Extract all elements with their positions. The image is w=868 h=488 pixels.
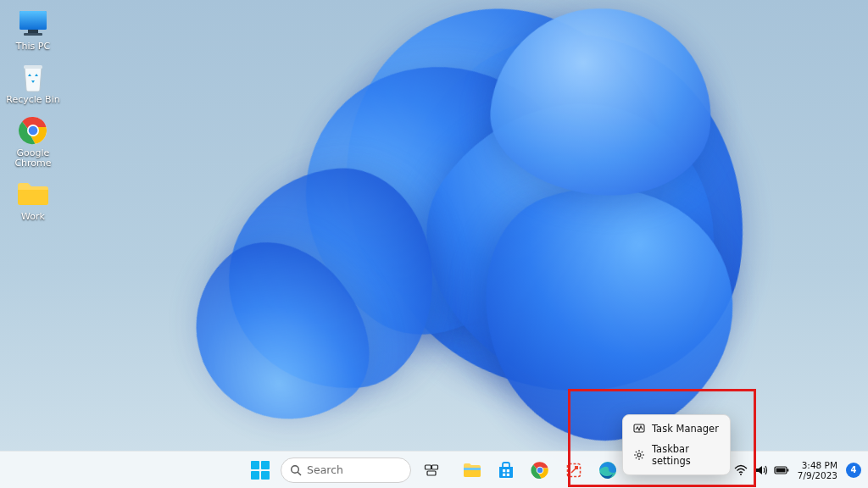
svg-rect-3	[24, 33, 42, 36]
desktop-icon-work-folder[interactable]: Work	[5, 175, 61, 224]
svg-rect-17	[507, 469, 509, 472]
edge-icon	[598, 461, 617, 480]
taskbar-pinned-edge[interactable]	[593, 455, 623, 485]
desktop-icon-label: Google Chrome	[6, 148, 60, 169]
svg-rect-16	[503, 469, 505, 472]
notification-count: 4	[851, 465, 857, 474]
svg-rect-19	[507, 473, 509, 475]
svg-point-9	[637, 453, 641, 457]
chrome-icon	[531, 461, 549, 480]
start-button[interactable]	[245, 455, 275, 485]
notification-count-badge[interactable]: 4	[846, 463, 861, 478]
tray-battery[interactable]	[772, 455, 791, 485]
context-menu-item-label: Task Manager	[652, 423, 719, 435]
folder-icon	[16, 177, 50, 211]
taskbar[interactable]: Search	[0, 451, 868, 488]
settings-gear-icon	[633, 449, 645, 461]
windows-logo-icon	[251, 461, 270, 480]
taskbar-pinned-file-explorer[interactable]	[457, 455, 487, 485]
clock-date: 7/9/2023	[798, 470, 837, 480]
store-icon	[497, 461, 515, 480]
svg-rect-13	[427, 471, 436, 475]
battery-icon	[774, 465, 789, 475]
monitor-icon	[16, 7, 50, 41]
search-icon	[290, 464, 302, 476]
svg-point-26	[740, 474, 742, 475]
taskbar-pinned-chrome[interactable]	[525, 455, 555, 485]
svg-rect-2	[28, 30, 38, 33]
taskbar-pinned-microsoft-store[interactable]	[491, 455, 521, 485]
desktop-icons-column: This PC Recycle Bin	[5, 5, 61, 224]
svg-point-22	[537, 467, 542, 472]
tray-volume[interactable]	[752, 455, 771, 485]
context-menu-task-manager[interactable]: Task Manager	[626, 419, 726, 439]
taskbar-center-group: Search	[245, 455, 623, 485]
chrome-icon	[16, 114, 50, 147]
task-manager-icon	[633, 423, 645, 435]
taskbar-pinned-snip[interactable]	[559, 455, 589, 485]
task-view-button[interactable]	[416, 455, 447, 485]
taskbar-search-box[interactable]: Search	[281, 458, 411, 483]
svg-rect-24	[575, 466, 578, 469]
svg-rect-28	[787, 469, 788, 471]
svg-rect-18	[503, 473, 505, 475]
svg-point-7	[29, 126, 38, 136]
taskbar-context-menu: Task Manager Taskbar settings	[622, 414, 731, 475]
clock-time: 3:48 PM	[802, 460, 837, 470]
desktop-icon-label: Recycle Bin	[6, 95, 59, 105]
desktop-icon-recycle-bin[interactable]: Recycle Bin	[5, 58, 61, 107]
wifi-icon	[734, 464, 748, 476]
task-view-icon	[423, 462, 440, 479]
taskbar-clock[interactable]: 3:48 PM 7/9/2023	[793, 455, 841, 485]
tray-wifi[interactable]	[732, 455, 750, 485]
wallpaper-bloom	[119, 0, 814, 458]
svg-rect-29	[776, 468, 785, 472]
recycle-bin-icon	[16, 60, 50, 94]
svg-point-10	[292, 465, 299, 473]
svg-rect-11	[426, 465, 431, 469]
desktop-wallpaper[interactable]: This PC Recycle Bin	[0, 0, 868, 488]
speaker-icon	[754, 464, 768, 476]
desktop-icon-label: Work	[21, 212, 45, 222]
search-placeholder: Search	[307, 463, 343, 476]
file-explorer-icon	[462, 461, 482, 480]
svg-rect-15	[464, 468, 481, 470]
desktop-icon-this-pc[interactable]: This PC	[5, 5, 61, 53]
svg-rect-12	[432, 465, 438, 469]
desktop-icon-label: This PC	[16, 42, 50, 52]
svg-rect-4	[24, 65, 42, 69]
desktop-icon-chrome[interactable]: Google Chrome	[5, 112, 61, 170]
svg-rect-1	[19, 11, 47, 30]
context-menu-taskbar-settings[interactable]: Taskbar settings	[626, 439, 726, 471]
context-menu-item-label: Taskbar settings	[652, 443, 720, 467]
snipping-tool-icon	[565, 462, 582, 479]
